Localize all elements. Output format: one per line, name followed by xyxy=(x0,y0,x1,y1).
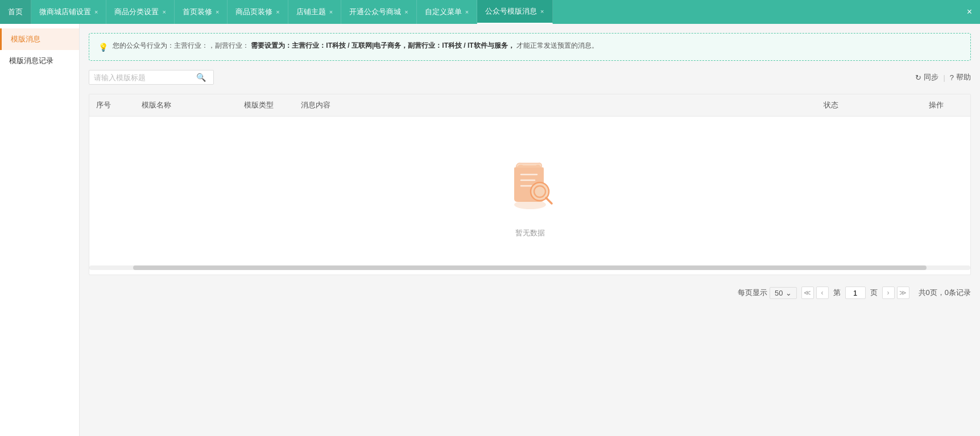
th-status: 状态 xyxy=(817,94,902,116)
close-all-button[interactable]: × xyxy=(959,7,980,17)
search-input-wrapper[interactable]: 🔍 xyxy=(89,70,214,85)
toolbar-right: ↻ 同步 | ? 帮助 xyxy=(915,72,971,82)
pagination-bar: 每页显示 50 ⌄ ≪ ‹ 第 页 › ≫ 共0页，0条记录 xyxy=(89,282,971,301)
bulb-icon: 💡 xyxy=(98,41,108,53)
nav-label-shop-setting: 微商城店铺设置 xyxy=(39,7,91,17)
nav-item-home[interactable]: 首页 xyxy=(0,0,31,24)
page-label: 第 xyxy=(833,288,841,298)
page-navigation: ≪ ‹ 第 页 › ≫ 共0页，0条记录 xyxy=(801,286,971,299)
close-icon[interactable]: × xyxy=(94,9,98,15)
scroll-thumb[interactable] xyxy=(133,265,926,270)
nav-item-theme[interactable]: 店铺主题 × xyxy=(288,0,341,24)
table-header: 序号 模版名称 模版类型 消息内容 状态 操作 xyxy=(89,94,970,117)
close-icon[interactable]: × xyxy=(540,8,544,15)
nav-item-category[interactable]: 商品分类设置 × xyxy=(106,0,174,24)
nav-label-template-msg: 公众号模版消息 xyxy=(485,6,537,16)
prev-page-button[interactable]: ‹ xyxy=(816,286,829,299)
per-page-label: 每页显示 xyxy=(738,288,767,298)
sync-button[interactable]: ↻ 同步 xyxy=(915,72,938,82)
close-icon[interactable]: × xyxy=(162,9,166,15)
sidebar: 模版消息 模版消息记录 xyxy=(0,24,80,436)
per-page-dropdown[interactable]: 50 ⌄ xyxy=(770,287,796,299)
first-page-button[interactable]: ≪ xyxy=(801,286,814,299)
nav-item-shop-setting[interactable]: 微商城店铺设置 × xyxy=(31,0,106,24)
per-page-select: 每页显示 50 ⌄ xyxy=(738,287,796,299)
nav-label-home: 首页 xyxy=(8,7,23,17)
svg-line-6 xyxy=(546,198,552,204)
next-page-button[interactable]: › xyxy=(882,286,895,299)
sidebar-item-template-record[interactable]: 模版消息记录 xyxy=(0,50,79,72)
notice-text: 您的公众号行业为：主营行业：，副营行业： 需要设置为：主营行业：IT科技 / 互… xyxy=(113,40,598,51)
help-label: 帮助 xyxy=(956,72,971,82)
nav-label-theme: 店铺主题 xyxy=(296,7,326,17)
current-page-input[interactable] xyxy=(845,286,866,299)
sync-icon: ↻ xyxy=(915,73,921,82)
data-table: 序号 模版名称 模版类型 消息内容 状态 操作 xyxy=(89,94,971,275)
last-page-button[interactable]: ≫ xyxy=(897,286,909,299)
notice-highlight: 需要设置为：主营行业：IT科技 / 互联网|电子商务，副营行业：IT科技 / I… xyxy=(251,41,514,49)
sync-label: 同步 xyxy=(924,72,938,82)
page-unit: 页 xyxy=(870,288,878,298)
notice-box: 💡 您的公众号行业为：主营行业：，副营行业： 需要设置为：主营行业：IT科技 /… xyxy=(89,33,971,61)
close-all-icon: × xyxy=(967,7,972,16)
th-type: 模版类型 xyxy=(237,94,294,116)
help-icon: ? xyxy=(950,73,954,82)
nav-label-mall: 开通公众号商城 xyxy=(349,7,401,17)
notice-prefix: 您的公众号行业为：主营行业：，副营行业： xyxy=(113,41,249,49)
nav-item-home-decor[interactable]: 首页装修 × xyxy=(175,0,228,24)
horizontal-scrollbar[interactable] xyxy=(89,265,970,270)
close-icon[interactable]: × xyxy=(329,9,333,15)
search-input[interactable] xyxy=(94,73,196,82)
main-layout: 模版消息 模版消息记录 💡 您的公众号行业为：主营行业：，副营行业： 需要设置为… xyxy=(0,24,980,436)
nav-item-product-decor[interactable]: 商品页装修 × xyxy=(228,0,288,24)
empty-state: 暂无数据 xyxy=(89,117,970,261)
empty-illustration xyxy=(496,151,564,219)
search-row: 🔍 ↻ 同步 | ? 帮助 xyxy=(89,68,971,87)
sidebar-item-template-msg[interactable]: 模版消息 xyxy=(0,28,79,50)
nav-item-template-msg[interactable]: 公众号模版消息 × xyxy=(477,0,552,24)
notice-suffix: 才能正常发送预置的消息。 xyxy=(516,41,598,49)
chevron-down-icon: ⌄ xyxy=(785,289,792,297)
nav-label-menu: 自定义菜单 xyxy=(425,7,462,17)
nav-item-mall[interactable]: 开通公众号商城 × xyxy=(341,0,416,24)
page-total: 共0页，0条记录 xyxy=(919,288,971,298)
sidebar-item-label: 模版消息 xyxy=(11,35,40,43)
nav-label-home-decor: 首页装修 xyxy=(183,7,212,17)
sidebar-item-label: 模版消息记录 xyxy=(9,56,53,65)
nav-label-category: 商品分类设置 xyxy=(114,7,159,17)
th-seq: 序号 xyxy=(89,94,135,116)
th-name: 模版名称 xyxy=(135,94,237,116)
th-action: 操作 xyxy=(902,94,970,116)
per-page-value: 50 xyxy=(775,289,783,297)
nav-item-menu[interactable]: 自定义菜单 × xyxy=(417,0,477,24)
search-icon[interactable]: 🔍 xyxy=(196,73,206,82)
close-icon[interactable]: × xyxy=(465,9,469,15)
th-content: 消息内容 xyxy=(294,94,817,116)
close-icon[interactable]: × xyxy=(216,9,219,15)
top-nav-bar: 首页 微商城店铺设置 × 商品分类设置 × 首页装修 × 商品页装修 × 店铺主… xyxy=(0,0,980,24)
close-icon[interactable]: × xyxy=(276,9,279,15)
content-area: 💡 您的公众号行业为：主营行业：，副营行业： 需要设置为：主营行业：IT科技 /… xyxy=(80,24,980,436)
help-button[interactable]: ? 帮助 xyxy=(950,72,971,82)
close-icon[interactable]: × xyxy=(404,9,408,15)
divider: | xyxy=(943,73,945,82)
empty-text: 暂无数据 xyxy=(515,228,545,238)
nav-label-product-decor: 商品页装修 xyxy=(235,7,272,17)
